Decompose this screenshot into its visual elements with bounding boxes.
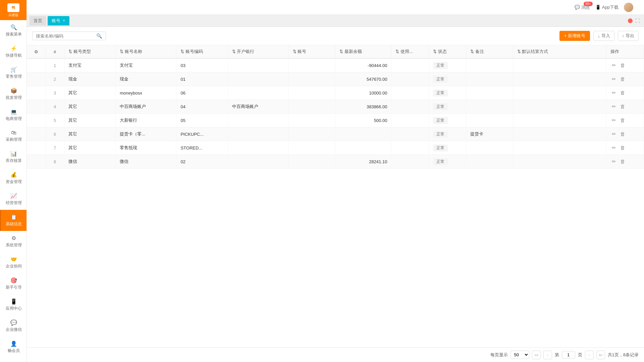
delete-button[interactable]: 🗑: [619, 89, 627, 96]
row-settings-cell: [27, 155, 46, 169]
sidebar-item-wholesale[interactable]: 📦 批发管理: [0, 83, 26, 105]
row-num: 7: [46, 141, 64, 155]
row-account: [288, 127, 335, 141]
sidebar-item-ecommerce[interactable]: 💻 电商管理: [0, 105, 26, 126]
import-button[interactable]: ↓ 导入: [593, 31, 614, 41]
row-balance: 500.00: [335, 114, 391, 127]
row-settings-cell: [27, 58, 46, 72]
total-label: 共1页，8条记录: [608, 352, 639, 358]
sidebar-item-beginner-guide[interactable]: 🎯 新手引导: [0, 273, 26, 294]
edit-button[interactable]: ✏: [610, 103, 618, 110]
delete-button[interactable]: 🗑: [619, 75, 627, 82]
delete-button[interactable]: 🗑: [619, 103, 627, 110]
row-name: 微信: [116, 155, 176, 169]
row-settings-cell: [27, 100, 46, 114]
tab-account[interactable]: 账号 ✕: [48, 16, 69, 25]
purchase-icon: 🛍: [11, 130, 16, 136]
sidebar-item-system[interactable]: ⚙ 系统管理: [0, 231, 26, 252]
message-button[interactable]: 💬 消息 99+: [575, 4, 590, 10]
edit-button[interactable]: ✏: [610, 89, 618, 97]
col-account[interactable]: ⇅ 账号: [288, 45, 335, 58]
sidebar-item-app-center[interactable]: 📱 应用中心: [0, 294, 26, 315]
sidebar-item-operations[interactable]: 📈 经营管理: [0, 189, 26, 210]
col-code[interactable]: ⇅ 账号编码: [176, 45, 228, 58]
basic-info-icon: 📋: [10, 214, 17, 220]
table-row: 4 其它 中百商场账户 04 中百商场账户 383866.00 正常 ✏ 🗑: [27, 100, 644, 114]
col-action: 操作: [606, 45, 644, 58]
sidebar-item-member[interactable]: 👤 畅会员: [0, 337, 26, 358]
row-usage: [391, 58, 429, 72]
table-row: 7 其它 零售抵现 STORED... 正常 ✏ 🗑: [27, 141, 644, 155]
col-balance[interactable]: ⇅ 最新余额: [335, 45, 391, 58]
row-status: 正常: [429, 127, 466, 141]
col-usage[interactable]: ⇅ 使用...: [391, 45, 429, 58]
tab-home[interactable]: 首页: [30, 16, 46, 25]
sidebar-item-quick-nav[interactable]: ⚡ 快捷导航: [0, 41, 26, 62]
edit-button[interactable]: ✏: [610, 144, 618, 152]
logo-area: 鸭 乐惠版: [0, 0, 26, 20]
table-row: 1 支付宝 支付宝 03 -90444.00 正常 ✏ 🗑: [27, 58, 644, 72]
row-settings-cell: [27, 86, 46, 100]
delete-button[interactable]: 🗑: [619, 144, 627, 151]
row-remark: [466, 58, 513, 72]
sidebar-item-search-menu[interactable]: 🔍 搜索菜单: [0, 20, 26, 41]
col-bank[interactable]: ⇅ 开户银行: [228, 45, 288, 58]
row-type: 现金: [64, 72, 115, 86]
page-size-select[interactable]: 50 100 200: [511, 351, 529, 359]
page-input[interactable]: [562, 351, 575, 359]
row-status: 正常: [429, 58, 466, 72]
sidebar-item-finance[interactable]: 💰 资金管理: [0, 168, 26, 189]
page-prev-button[interactable]: ‹: [543, 351, 552, 359]
export-button[interactable]: ↑ 导出: [618, 31, 639, 41]
table-row: 2 现金 现金 01 547670.00 正常 ✏ 🗑: [27, 72, 644, 86]
window-close-button[interactable]: [628, 18, 633, 23]
sidebar-item-enterprise-agreement[interactable]: 🤝 企业协同: [0, 252, 26, 273]
sidebar-item-enterprise-wechat[interactable]: 💬 企业微信: [0, 315, 26, 337]
row-usage: [391, 114, 429, 127]
search-input[interactable]: [36, 34, 96, 39]
edit-button[interactable]: ✏: [610, 75, 618, 83]
search-box: 🔍: [32, 32, 106, 40]
col-remark[interactable]: ⇅ 备注: [466, 45, 513, 58]
col-settlement[interactable]: ⇅ 默认结算方式: [513, 45, 606, 58]
quick-nav-icon: ⚡: [10, 45, 17, 52]
col-settings[interactable]: ⚙: [27, 45, 46, 58]
delete-button[interactable]: 🗑: [619, 130, 627, 137]
delete-button[interactable]: 🗑: [619, 158, 627, 165]
row-usage: [391, 72, 429, 86]
sidebar-item-retail[interactable]: 🛒 零售管理: [0, 62, 26, 83]
col-status[interactable]: ⇅ 状态: [429, 45, 466, 58]
edit-button[interactable]: ✏: [610, 158, 618, 165]
col-name[interactable]: ⇅ 账号名称: [116, 45, 176, 58]
delete-button[interactable]: 🗑: [619, 117, 627, 124]
app-download-button[interactable]: 📱 App下载: [595, 4, 619, 10]
toolbar: 🔍 + 新增账号 ↓ 导入 ↑ 导出: [27, 27, 644, 45]
tab-close-icon[interactable]: ✕: [62, 18, 65, 23]
row-num: 2: [46, 72, 64, 86]
row-status: 正常: [429, 100, 466, 114]
window-maximize-button[interactable]: ⛶: [634, 18, 641, 23]
row-account: [288, 86, 335, 100]
sidebar-item-basic-info[interactable]: 📋 基础信息: [0, 210, 26, 231]
row-balance: [335, 141, 391, 155]
avatar[interactable]: [624, 3, 633, 12]
row-status: 正常: [429, 86, 466, 100]
ecommerce-icon: 💻: [10, 109, 17, 115]
edit-button[interactable]: ✏: [610, 117, 618, 124]
edit-button[interactable]: ✏: [610, 62, 618, 69]
page-first-button[interactable]: ⏮: [532, 351, 541, 359]
row-account: [288, 114, 335, 127]
row-name: 中百商场账户: [116, 100, 176, 114]
main-area: 💬 消息 99+ 📱 App下载 首页 账号 ✕ ⛶ 🔍: [27, 0, 644, 362]
sidebar-item-inventory[interactable]: 📊 库存核算: [0, 146, 26, 168]
row-settings-cell: [27, 114, 46, 127]
add-account-button[interactable]: + 新增账号: [559, 31, 590, 41]
edit-button[interactable]: ✏: [610, 130, 618, 138]
page-last-button[interactable]: ⏭: [596, 351, 605, 359]
retail-icon: 🛒: [10, 66, 17, 73]
sidebar-item-purchase[interactable]: 🛍 采购管理: [0, 126, 26, 146]
delete-button[interactable]: 🗑: [619, 62, 627, 69]
col-type[interactable]: ⇅ 账号类型: [64, 45, 115, 58]
page-next-button[interactable]: ›: [585, 351, 594, 359]
operations-icon: 📈: [10, 193, 17, 199]
